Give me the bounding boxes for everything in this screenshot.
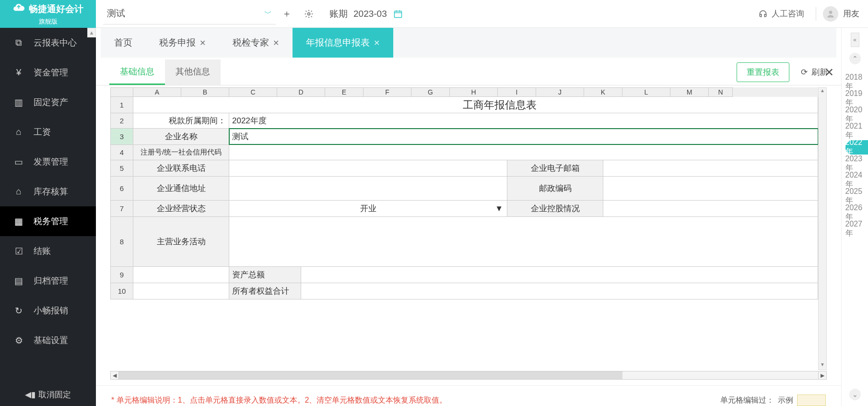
cell-email[interactable] (603, 160, 818, 176)
label-phone[interactable]: 企业联系电话 (133, 160, 229, 176)
row-header-6[interactable]: 6 (110, 177, 133, 201)
col-header-K[interactable]: K (584, 87, 622, 97)
col-header-A[interactable]: A (133, 87, 181, 97)
subtab-basic[interactable]: 基础信息 (109, 60, 165, 85)
horizontal-scrollbar[interactable]: ◀ ▶ (110, 371, 827, 381)
col-header-H[interactable]: H (450, 87, 498, 97)
tab-home[interactable]: 首页 (101, 28, 146, 58)
close-icon[interactable]: ✕ (273, 38, 279, 48)
label-status[interactable]: 企业经营状态 (133, 201, 229, 216)
col-header-L[interactable]: L (622, 87, 670, 97)
year-2020年[interactable]: 2020年 (845, 107, 868, 122)
cell-phone[interactable] (229, 160, 507, 176)
year-2022年[interactable]: 2022年 (845, 140, 868, 155)
scroll-track[interactable] (119, 371, 818, 380)
scroll-thumb[interactable] (119, 371, 622, 379)
label-company-name[interactable]: 企业名称 (133, 129, 229, 144)
sidebar-item-funds[interactable]: ¥资金管理 (0, 58, 96, 87)
year-2025年[interactable]: 2025年 (845, 189, 868, 203)
period-label-cell[interactable]: 税款所属期间： (133, 113, 229, 128)
col-header-E[interactable]: E (325, 87, 364, 97)
add-icon[interactable]: ＋ (278, 5, 296, 23)
year-2024年[interactable]: 2024年 (845, 173, 868, 187)
label-holding[interactable]: 企业控股情况 (507, 201, 603, 216)
row-header-3[interactable]: 3 (110, 129, 133, 145)
year-2021年[interactable]: 2021年 (845, 124, 868, 138)
cell-holding[interactable] (603, 201, 818, 216)
col-header-B[interactable]: B (181, 87, 229, 97)
sheet-title[interactable]: 工商年报信息表 (181, 97, 818, 113)
label-reg-code[interactable]: 注册号/统一社会信用代码 (133, 145, 229, 160)
vertical-scrollbar[interactable]: ▲ ▼ (818, 87, 827, 370)
user-name[interactable]: 用友 (843, 8, 859, 19)
sidebar-scroll-up[interactable]: ▲ (87, 28, 96, 37)
col-header-C[interactable]: C (229, 87, 277, 97)
subtab-other[interactable]: 其他信息 (165, 60, 221, 85)
scroll-right-icon[interactable]: ▶ (818, 371, 827, 380)
scroll-bottom-icon[interactable]: ⌄ (849, 389, 861, 400)
cell-reg-code[interactable] (229, 145, 818, 160)
col-header-N[interactable]: N (709, 87, 733, 97)
label-postal[interactable]: 邮政编码 (507, 177, 603, 200)
sidebar-item-tax[interactable]: ▦税务管理 (0, 206, 96, 236)
sidebar-item-archive[interactable]: ▤归档管理 (0, 266, 96, 296)
scroll-top-icon[interactable]: ⌃ (849, 53, 861, 64)
row-header-8[interactable]: 8 (110, 217, 133, 267)
cell-status[interactable]: 开业 ▼ (229, 201, 507, 216)
row-header-4[interactable]: 4 (110, 145, 133, 160)
sheet-corner[interactable] (110, 87, 133, 97)
sidebar-item-salary[interactable]: ⌂工资 (0, 117, 96, 147)
sidebar-item-closing[interactable]: ☑结账 (0, 236, 96, 266)
period-value-cell[interactable]: 2022年度 (229, 113, 818, 128)
close-icon[interactable]: ✕ (199, 38, 206, 48)
reset-button[interactable]: 重置报表 (737, 62, 789, 82)
sidebar-item-reimburse[interactable]: ↻小畅报销 (0, 296, 96, 325)
tab-annual-report[interactable]: 年报信息申报表✕ (293, 28, 393, 58)
close-all-tabs[interactable]: ✕ (817, 58, 841, 87)
label-equity[interactable]: 所有者权益合计 (229, 283, 301, 299)
avatar[interactable] (823, 6, 838, 22)
cell-A9[interactable] (133, 267, 229, 283)
consult-button[interactable]: 人工咨询 (758, 8, 804, 19)
col-header-J[interactable]: J (536, 87, 584, 97)
period-value[interactable]: 2023-03 (353, 9, 387, 19)
calendar-icon[interactable] (389, 5, 407, 23)
tab-tax-declare[interactable]: 税务申报✕ (146, 28, 219, 58)
cell-total-assets[interactable] (301, 267, 818, 283)
sidebar-item-settings[interactable]: ⚙基础设置 (0, 325, 96, 355)
unpin-button[interactable]: ◀▮ 取消固定 (0, 383, 96, 406)
label-address[interactable]: 企业通信地址 (133, 177, 229, 200)
cell-A1[interactable] (133, 97, 181, 113)
collapse-rail-icon[interactable]: « (851, 33, 859, 47)
cell-postal[interactable] (603, 177, 818, 200)
tab-tax-check[interactable]: 税检专家✕ (219, 28, 293, 58)
org-selector[interactable]: 测试 ﹀ (103, 3, 276, 24)
col-header-I[interactable]: I (498, 87, 536, 97)
sidebar-item-fixed-assets[interactable]: ▥固定资产 (0, 87, 96, 117)
year-2019年[interactable]: 2019年 (845, 91, 868, 106)
row-header-10[interactable]: 10 (110, 283, 133, 299)
row-header-5[interactable]: 5 (110, 160, 133, 177)
settings-icon[interactable] (300, 5, 318, 23)
col-header-M[interactable]: M (670, 87, 709, 97)
cell-equity[interactable] (301, 283, 818, 299)
cell-company-name[interactable]: 测试 (229, 129, 818, 144)
row-header-7[interactable]: 7 (110, 201, 133, 217)
row-header-2[interactable]: 2 (110, 113, 133, 129)
year-2023年[interactable]: 2023年 (845, 156, 868, 171)
sidebar-item-invoice[interactable]: ▭发票管理 (0, 147, 96, 177)
label-email[interactable]: 企业电子邮箱 (507, 160, 603, 176)
row-header-1[interactable]: 1 (110, 97, 133, 113)
year-2026年[interactable]: 2026年 (845, 205, 868, 220)
sidebar-item-inventory[interactable]: ⌂库存核算 (0, 177, 96, 206)
label-total-assets[interactable]: 资产总额 (229, 267, 301, 283)
cell-A10[interactable] (133, 283, 229, 299)
label-main-business[interactable]: 主营业务活动 (133, 217, 229, 266)
row-header-9[interactable]: 9 (110, 267, 133, 283)
cell-address[interactable] (229, 177, 507, 200)
cell-main-business[interactable] (229, 217, 818, 266)
col-header-G[interactable]: G (411, 87, 450, 97)
col-header-D[interactable]: D (277, 87, 325, 97)
scroll-left-icon[interactable]: ◀ (110, 371, 119, 380)
sidebar-item-cloud-reports[interactable]: ⧉云报表中心 (0, 28, 96, 58)
